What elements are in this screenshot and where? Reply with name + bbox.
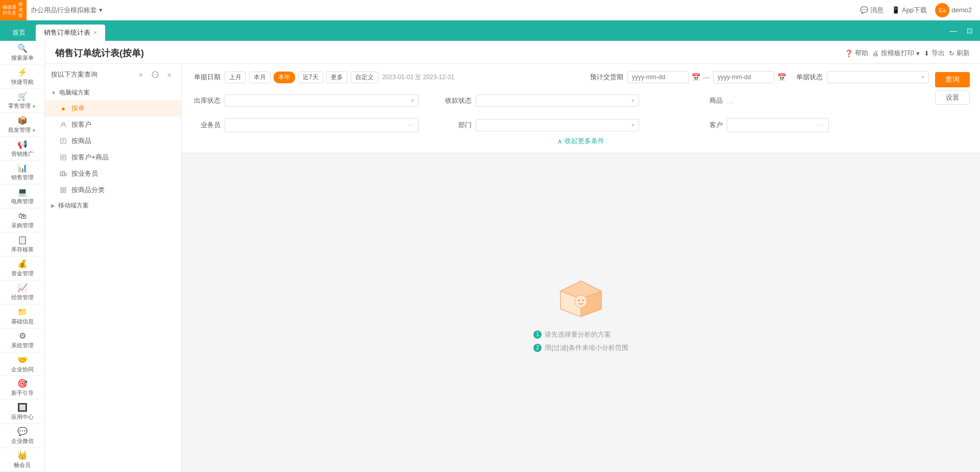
svg-rect-16 (61, 187, 63, 190)
sidebar-item-nav[interactable]: ⚡ 快捷导航 (0, 65, 44, 89)
svg-point-23 (575, 295, 587, 308)
tab-restore-button[interactable]: ⊡ (964, 25, 976, 37)
sidebar-item-ecommerce[interactable]: 💻 电商管理 (0, 184, 44, 208)
expected-date-end[interactable] (713, 71, 774, 83)
sidebar-item-basic-info-label: 基础信息 (11, 318, 34, 325)
ecommerce-icon: 💻 (17, 187, 28, 197)
sidebar-item-purchase[interactable]: 🛍 采购管理 (0, 208, 44, 232)
breadcrumb: 办公用品行业模拟账套 ▾ (31, 6, 103, 15)
section-pc-schemes[interactable]: ▼ 电脑端方案 (45, 85, 181, 100)
salesman-dots-icon[interactable]: ··· (407, 121, 414, 130)
expected-date-filter-group: 预计交货期 📅 — 📅 (590, 71, 786, 83)
sidebar-item-vip[interactable]: 👑 畅会员 (0, 448, 44, 472)
method-order-label: 按单 (71, 104, 85, 113)
sidebar-item-wholesale[interactable]: 📦 批发管理 ▲ (0, 113, 44, 137)
empty-tip-1: 1 请先选择要分析的方案 (533, 328, 628, 341)
salesman-label: 业务员 (192, 121, 220, 130)
customer-select[interactable]: ··· (727, 118, 829, 132)
user-profile[interactable]: Ea demo2 (935, 3, 972, 17)
method-by-category[interactable]: 按商品分类 (45, 182, 181, 198)
sidebar-item-appcenter[interactable]: 🔲 应用中心 (0, 400, 44, 424)
status-select[interactable]: ▾ (827, 71, 929, 83)
empty-state: 1 请先选择要分析的方案 2 用[过滤]条件来缩小分析范围 (182, 153, 980, 472)
svg-rect-18 (61, 191, 63, 193)
sidebar-item-retail-label: 零售管理 (8, 102, 31, 110)
date-btn-this-year[interactable]: 本年 (274, 72, 295, 83)
tab-minimize-button[interactable]: — (947, 25, 960, 37)
refresh-button[interactable]: ↻ 刷新 (949, 49, 970, 58)
sidebar-item-vip-label: 畅会员 (14, 461, 31, 469)
goods-select-dots[interactable]: ... (727, 96, 733, 105)
date-label: 单据日期 (192, 73, 220, 82)
template-print-button[interactable]: 🖨 按模板打印 ▾ (872, 49, 920, 58)
department-select[interactable]: ▾ (476, 119, 639, 131)
payment-select[interactable]: ▾ (476, 95, 639, 107)
method-by-order[interactable]: ● 按单 (45, 100, 181, 116)
goods-filter-group: 商品 ... (694, 96, 929, 105)
section-pc-title: 电脑端方案 (59, 88, 90, 97)
breadcrumb-arrow-icon[interactable]: ▾ (99, 6, 103, 14)
add-scheme-button[interactable]: + (135, 69, 146, 80)
export-button[interactable]: ⬇ 导出 (924, 49, 945, 58)
sidebar-item-finance[interactable]: 💰 资金管理 (0, 256, 44, 280)
wholesale-icon: 📦 (17, 115, 28, 125)
app-name: 畅捷通好生意 (2, 5, 17, 16)
method-by-customer-goods[interactable]: 按客户+商品 (45, 149, 181, 166)
shipment-chevron-icon: ▾ (411, 97, 414, 104)
sidebar-item-inventory-label: 库存核算 (11, 246, 34, 253)
cal-end-icon[interactable]: 📅 (777, 73, 786, 81)
salesman-select[interactable]: ··· (225, 118, 419, 132)
method-by-customer[interactable]: 按客户 (45, 116, 181, 133)
date-separator: — (703, 74, 710, 81)
help-button[interactable]: ❓ 帮助 (845, 49, 868, 58)
sidebar-item-wechat[interactable]: 💬 企业微信 (0, 424, 44, 448)
sidebar-item-enterprise[interactable]: 🤝 企业协同 (0, 352, 44, 376)
app-download-button[interactable]: 📱 App下载 (892, 6, 927, 15)
cal-start-icon[interactable]: 📅 (692, 73, 700, 81)
query-button[interactable]: 查询 (935, 72, 970, 87)
date-btn-this-month[interactable]: 本月 (249, 72, 271, 83)
customer-dots-icon[interactable]: ··· (818, 121, 824, 130)
sidebar-item-sales[interactable]: 📊 销售管理 (0, 160, 44, 184)
collapse-button[interactable]: ∧ 收起更多条件 (557, 136, 604, 146)
inventory-icon: 📋 (17, 235, 28, 245)
department-label: 部门 (443, 121, 472, 130)
filter-row-1: 单据日期 上月 本月 本年 近7天 更多 自定义 (192, 71, 929, 83)
edit-scheme-button[interactable] (150, 69, 161, 80)
collapse-panel-button[interactable]: « (164, 69, 175, 80)
sidebar-item-retail[interactable]: 🛒 零售管理 ▲ (0, 89, 44, 113)
empty-tip-2: 2 用[过滤]条件来缩小分析范围 (533, 341, 628, 355)
retail-arrow-icon: ▲ (32, 103, 36, 108)
sidebar-item-basic-info[interactable]: 📁 基础信息 (0, 304, 44, 328)
tab-close-icon[interactable]: × (93, 29, 97, 36)
page-title: 销售订单统计表(按单) (55, 47, 144, 59)
section-mobile-schemes[interactable]: ▶ 移动端方案 (45, 198, 181, 213)
username: demo2 (951, 6, 972, 14)
sidebar-item-marketing[interactable]: 📢 营销推广 (0, 137, 44, 161)
method-by-salesman[interactable]: 按业务员 (45, 166, 181, 182)
sidebar-item-finance-label: 资金管理 (11, 270, 34, 277)
date-btn-custom[interactable]: 自定义 (351, 72, 378, 83)
sidebar-item-search[interactable]: 🔍 搜索菜单 (0, 41, 44, 65)
tab-sales-order[interactable]: 销售订单统计表 × (36, 25, 105, 41)
shipment-select[interactable]: ▾ (225, 95, 419, 107)
expected-date-start[interactable] (627, 71, 689, 83)
query-btns: 查询 设置 (935, 71, 970, 105)
status-chevron-icon: ▾ (921, 74, 924, 81)
topbar-left: 畅捷通好生意 标准版 办公用品行业模拟账套 ▾ (8, 0, 103, 20)
sidebar-item-inventory[interactable]: 📋 库存核算 (0, 232, 44, 256)
sidebar-item-system[interactable]: ⚙ 系统管理 (0, 328, 44, 352)
date-quick-btns: 上月 本月 本年 近7天 更多 自定义 (225, 72, 378, 83)
expected-date-control: 📅 — 📅 (627, 71, 786, 83)
method-by-goods[interactable]: 按商品 (45, 133, 181, 149)
sidebar-item-operations[interactable]: 📈 经营管理 (0, 280, 44, 304)
appcenter-icon: 🔲 (17, 403, 28, 412)
date-btn-more[interactable]: 更多 (326, 72, 348, 83)
reset-button[interactable]: 设置 (935, 90, 970, 105)
date-btn-7days[interactable]: 近7天 (298, 72, 323, 83)
sidebar-item-newuser[interactable]: 🎯 新手引导 (0, 376, 44, 400)
vip-icon: 👑 (17, 451, 28, 460)
date-btn-last-month[interactable]: 上月 (225, 72, 246, 83)
tab-home[interactable]: 首页 (4, 25, 34, 41)
message-button[interactable]: 💬 消息 (860, 6, 884, 15)
